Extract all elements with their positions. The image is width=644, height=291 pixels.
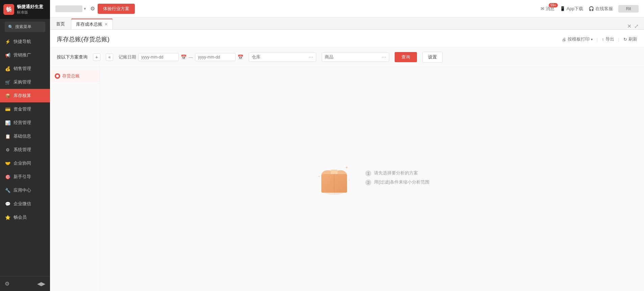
hint-1-num: 1 — [365, 170, 371, 176]
app-center-label: 应用中心 — [14, 187, 31, 193]
page-actions: 🖨 按模板打印 ▾ | ↑ 导出 | ↻ 刷新 — [562, 36, 637, 42]
marketing-label: 营销推广 — [14, 52, 31, 58]
warehouse-more-icon[interactable]: ··· — [309, 54, 313, 60]
topbar-right: ✉ 消息 99+ 📱 App下载 🎧 在线客服 Rit — [541, 5, 639, 13]
scheme-item-label: 存货总账 — [62, 73, 80, 79]
sidebar-item-enterprise[interactable]: 🤝 企业协同 — [0, 156, 50, 170]
sidebar-item-marketing[interactable]: 📢 营销推广 — [0, 48, 50, 62]
product-select[interactable]: 商品 ··· — [322, 52, 389, 62]
date-start-input[interactable] — [138, 53, 179, 61]
search-label: 搜索菜单 — [15, 24, 31, 30]
purchase-icon: 🛒 — [5, 79, 11, 85]
refresh-btn[interactable]: ↻ 刷新 — [623, 36, 637, 42]
print-chevron-icon: ▾ — [591, 38, 593, 41]
tutorial-icon: 🎯 — [5, 174, 11, 180]
empty-state: ✦ ✦ ✦ 1 — [315, 159, 429, 199]
export-btn[interactable]: ↑ 导出 — [602, 36, 614, 42]
svg-text:✦: ✦ — [348, 179, 350, 181]
calendar-end-icon[interactable]: 📅 — [238, 54, 243, 60]
panel-close-btn[interactable]: ✕ — [627, 23, 631, 29]
sidebar-item-purchase[interactable]: 🛒 采购管理 — [0, 75, 50, 89]
query-button[interactable]: 查询 — [395, 52, 417, 62]
logo-icon: 畅 — [3, 4, 14, 15]
empty-text: 1 请先选择要分析的方案 2 用[过滤]条件来缩小分析范围 — [365, 170, 429, 188]
date-label: 记账日期 — [119, 54, 136, 60]
settings-button[interactable]: 设置 — [422, 52, 443, 63]
headset-icon: 🎧 — [589, 6, 594, 11]
sidebar-item-app-center[interactable]: 🔧 应用中心 — [0, 184, 50, 197]
filter-collapse-btn[interactable]: « — [106, 53, 113, 61]
sidebar-logo: 畅 畅捷通好生意 标准版 — [0, 0, 50, 19]
scheme-active-icon — [55, 73, 60, 79]
vip-icon: ⭐ — [5, 214, 11, 220]
sidebar-item-inventory[interactable]: 📦 库存核算 — [0, 89, 50, 102]
hint-2-text: 用[过滤]条件来缩小分析范围 — [374, 179, 429, 185]
export-label: 导出 — [605, 36, 614, 42]
print-btn[interactable]: 🖨 按模板打印 ▾ — [562, 36, 593, 42]
footer-speaker-icon[interactable]: ◀▶ — [37, 281, 45, 287]
date-end-input[interactable] — [195, 53, 236, 61]
app-download-btn[interactable]: 📱 App下载 — [560, 6, 583, 12]
printer-icon: 🖨 — [562, 37, 566, 42]
edition-label: 标准版 — [17, 10, 43, 15]
scheme-icon-inner — [56, 75, 59, 77]
sidebar-item-finance[interactable]: 💳 资金管理 — [0, 102, 50, 116]
chevron-down-icon[interactable]: ▾ — [84, 6, 86, 11]
print-label: 按模板打印 — [568, 36, 590, 42]
main-area: ▾ ⚙ 体验行业方案 ✉ 消息 99+ 📱 App下载 🎧 在线客服 Rit — [50, 0, 644, 291]
warehouse-select[interactable]: 仓库 ··· — [249, 52, 316, 62]
marketing-icon: 📢 — [5, 52, 11, 58]
sidebar-item-sales[interactable]: 💰 销售管理 — [0, 62, 50, 75]
panel-expand-btn[interactable]: ⤢ — [634, 23, 639, 29]
search-menu-btn[interactable]: 🔍 搜索菜单 — [5, 22, 45, 32]
calendar-start-icon[interactable]: 📅 — [181, 54, 187, 60]
tab-home-label: 首页 — [56, 21, 65, 27]
wechat-icon: 💬 — [5, 201, 11, 207]
product-more-icon[interactable]: ··· — [382, 54, 386, 60]
system-icon: ⚙ — [5, 147, 11, 153]
tab-panel-controls: ✕ ⤢ — [622, 23, 644, 29]
filter-section-title: 按以下方案查询 — [57, 54, 88, 60]
sidebar-item-tutorial[interactable]: 🎯 新手引导 — [0, 170, 50, 184]
page-header: 库存总账(存货总账) 🖨 按模板打印 ▾ | ↑ 导出 | ↻ 刷新 — [50, 30, 644, 48]
scheme-item-inventory[interactable]: 存货总账 — [50, 70, 100, 82]
sidebar-item-system[interactable]: ⚙ 系统管理 — [0, 143, 50, 156]
purchase-label: 采购管理 — [14, 79, 31, 85]
filter-add-btn[interactable]: + — [93, 53, 100, 61]
inventory-label: 库存核算 — [14, 93, 31, 99]
tab-inventory-ledger[interactable]: 库存成本总账 ✕ — [71, 19, 113, 29]
message-btn[interactable]: ✉ 消息 99+ — [541, 6, 554, 12]
empty-icon: ✦ ✦ ✦ — [315, 159, 355, 199]
content-body: 存货总账 — [50, 67, 644, 291]
management-icon: 📊 — [5, 120, 11, 126]
trial-industry-btn[interactable]: 体验行业方案 — [98, 4, 135, 14]
refresh-icon: ↻ — [623, 37, 627, 42]
action-divider-2: | — [618, 37, 619, 42]
sidebar-item-quick-nav[interactable]: ⚡ 快捷导航 — [0, 35, 50, 48]
hint-1-text: 请先选择要分析的方案 — [374, 170, 418, 176]
vip-label: 畅会员 — [14, 214, 27, 220]
tab-close-icon[interactable]: ✕ — [104, 22, 108, 27]
empty-hint-2: 2 用[过滤]条件来缩小分析范围 — [365, 179, 429, 186]
footer-settings-icon[interactable]: ⚙ — [5, 281, 9, 287]
sidebar-item-wechat[interactable]: 💬 企业微信 — [0, 197, 50, 211]
user-name-display — [55, 5, 82, 12]
online-service-btn[interactable]: 🎧 在线客服 — [589, 6, 613, 12]
date-dash: — — [189, 55, 193, 60]
sidebar-footer: ⚙ ◀▶ — [0, 276, 50, 291]
sidebar-item-management[interactable]: 📊 经营管理 — [0, 116, 50, 129]
basic-info-label: 基础信息 — [14, 133, 31, 139]
warehouse-label: 仓库 — [252, 54, 261, 60]
sidebar: 畅 畅捷通好生意 标准版 🔍 搜索菜单 ⚡ 快捷导航 📢 营销推广 💰 销售管理… — [0, 0, 50, 291]
sidebar-item-vip[interactable]: ⭐ 畅会员 — [0, 211, 50, 224]
sidebar-nav: 🔍 搜索菜单 ⚡ 快捷导航 📢 营销推广 💰 销售管理 🛒 采购管理 📦 库存核… — [0, 19, 50, 276]
sidebar-item-basic-info[interactable]: 📋 基础信息 — [0, 129, 50, 143]
user-avatar[interactable]: Rit — [618, 5, 639, 13]
system-label: 系统管理 — [14, 147, 31, 153]
tab-home[interactable]: 首页 — [51, 19, 70, 29]
management-label: 经营管理 — [14, 120, 31, 126]
logo-text: 畅捷通好生意 标准版 — [17, 4, 43, 15]
topbar-settings-icon[interactable]: ⚙ — [90, 5, 95, 12]
sidebar-search-section: 🔍 搜索菜单 — [0, 19, 50, 35]
action-divider: | — [597, 37, 598, 42]
